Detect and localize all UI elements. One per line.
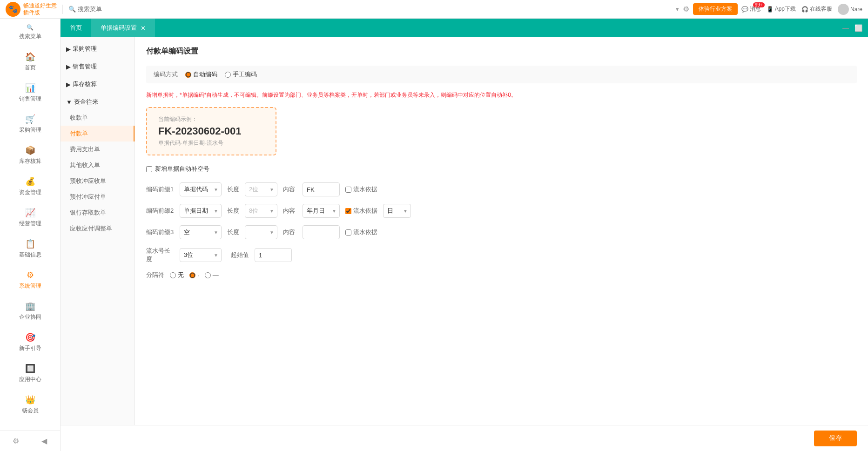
- prefix2-select[interactable]: 单据日期 ▼: [180, 204, 222, 218]
- left-nav-purchase-toggle[interactable]: ▶ 采购管理: [61, 41, 135, 57]
- sidebar-search[interactable]: 🔍 搜索菜单: [0, 19, 60, 46]
- length1-select[interactable]: 2位 ▼: [245, 182, 277, 196]
- divider: [62, 5, 63, 14]
- sidebar-item-newguide[interactable]: 🎯 新手引导: [0, 327, 60, 358]
- tab-maximize-btn[interactable]: ⬜: [853, 22, 864, 34]
- app-download-btn[interactable]: 📱 App下载: [767, 5, 796, 13]
- prefix3-select[interactable]: 空 ▼: [180, 225, 222, 239]
- purchase-icon: 🛒: [25, 114, 35, 124]
- coding-method-label: 编码方式: [154, 70, 178, 79]
- length2-label: 长度: [227, 207, 239, 215]
- separator-dot-radio[interactable]: [189, 272, 195, 278]
- serial-length-select[interactable]: 3位 ▼: [180, 248, 222, 262]
- sidebar-item-basic[interactable]: 📋 基础信息: [0, 233, 60, 264]
- separator-dot-option[interactable]: ·: [189, 272, 199, 279]
- content3-input[interactable]: [303, 225, 340, 239]
- left-nav-inventory-toggle[interactable]: ▶ 库存核算: [61, 76, 135, 92]
- sidebar-item-operation[interactable]: 📈 经营管理: [0, 202, 60, 233]
- sidebar-item-home[interactable]: 🏠 首页: [0, 46, 60, 77]
- left-nav-item-receivable-adjust[interactable]: 应收应付调整单: [61, 221, 135, 236]
- length2-select[interactable]: 8位 ▼: [245, 204, 277, 218]
- save-button[interactable]: 保存: [814, 431, 857, 446]
- online-service-btn[interactable]: 🎧 在线客服: [801, 5, 832, 13]
- teal-nav: 首页 单据编码设置 ✕ — ⬜: [61, 19, 868, 37]
- start-value-input[interactable]: [255, 248, 292, 262]
- length2-arrow-icon: ▼: [269, 209, 274, 214]
- sidebar-collapse-btn[interactable]: ◀: [32, 435, 57, 447]
- tab-bar-actions: — ⬜: [837, 19, 868, 37]
- sidebar-item-appcenter[interactable]: 🔲 应用中心: [0, 358, 60, 389]
- prefix1-label: 编码前缀1: [146, 185, 174, 194]
- serial-length-arrow-icon: ▼: [214, 253, 218, 258]
- serial-follow3-checkbox[interactable]: [345, 229, 351, 236]
- logo: 🐾 畅通道好生意 插件版: [6, 2, 57, 17]
- sidebar: 🔍 搜索菜单 🏠 首页 📊 销售管理 🛒 采购管理 📦 库存核算 💰 资金管理 …: [0, 19, 61, 451]
- manual-code-option[interactable]: 手工编码: [225, 70, 257, 79]
- auto-code-option[interactable]: 自动编码: [185, 70, 217, 79]
- left-nav-item-advance-pay[interactable]: 预付冲应付单: [61, 189, 135, 205]
- expand-icon[interactable]: ▾: [676, 6, 679, 13]
- sidebar-item-purchase[interactable]: 🛒 采购管理: [0, 108, 60, 140]
- prefix1-select[interactable]: 单据代码 ▼: [180, 182, 222, 196]
- content1-input[interactable]: [303, 182, 340, 196]
- separator-dash-option[interactable]: —: [205, 272, 219, 279]
- sidebar-item-member[interactable]: 👑 畅会员: [0, 389, 60, 420]
- left-nav-item-bank-deposit[interactable]: 银行存取款单: [61, 205, 135, 221]
- left-nav-group-funds: ▼ 资金往来 收款单 付款单 费用支出单 其他收入单 预收冲应收单 预付冲应付单…: [61, 94, 135, 236]
- sidebar-settings-btn[interactable]: ⚙: [4, 435, 28, 447]
- tab-close-btn[interactable]: ✕: [141, 25, 146, 32]
- left-nav-item-advance-receive[interactable]: 预收冲应收单: [61, 173, 135, 189]
- content2-select[interactable]: 年月日 ▼: [303, 204, 340, 218]
- serial-follow2-select[interactable]: 日 ▼: [383, 204, 411, 218]
- prefix2-arrow-icon: ▼: [214, 209, 218, 214]
- length1-arrow-icon: ▼: [269, 187, 274, 192]
- info-text: 新增单据时，*单据编码*自动生成，不可编辑。前缀设置为部门、业务员等档案类，开单…: [146, 91, 857, 100]
- left-nav-item-other-income[interactable]: 其他收入单: [61, 157, 135, 173]
- sidebar-item-finance[interactable]: 💰 资金管理: [0, 171, 60, 202]
- nav-encoding[interactable]: 单据编码设置 ✕: [91, 19, 155, 37]
- left-nav-sales-toggle[interactable]: ▶ 销售管理: [61, 59, 135, 74]
- avatar: [838, 4, 849, 15]
- logo-icon: 🐾: [6, 2, 20, 17]
- length3-select[interactable]: ▼: [245, 225, 277, 239]
- serial-follow2-checkbox[interactable]: [345, 208, 351, 214]
- guide-icon: 🎯: [25, 332, 35, 343]
- sidebar-item-system[interactable]: ⚙ 系统管理: [0, 264, 60, 296]
- tab-minimize-btn[interactable]: —: [841, 22, 851, 34]
- trial-btn[interactable]: 体验行业方案: [693, 3, 738, 15]
- chevron-right-icon: ▶: [66, 46, 71, 53]
- left-nav-group-sales: ▶ 销售管理: [61, 59, 135, 74]
- left-nav-funds-toggle[interactable]: ▼ 资金往来: [61, 94, 135, 110]
- left-nav-item-expense[interactable]: 费用支出单: [61, 141, 135, 157]
- user-menu[interactable]: Nare: [838, 4, 862, 15]
- content1-label: 内容: [283, 185, 295, 194]
- code-preview-value: FK-20230602-001: [158, 125, 264, 137]
- manual-code-radio[interactable]: [225, 72, 231, 78]
- top-actions: 💬 消息 99+ 📱 App下载 🎧 在线客服 Nare: [741, 4, 862, 15]
- prefix1-arrow-icon: ▼: [214, 187, 218, 192]
- auto-fill-row: 新增单据自动补空号: [146, 165, 857, 173]
- chevron-right-icon: ▶: [66, 81, 71, 88]
- length1-label: 长度: [227, 185, 239, 194]
- messages-btn[interactable]: 💬 消息 99+: [741, 5, 761, 13]
- nav-home[interactable]: 首页: [61, 19, 91, 37]
- prefix3-label: 编码前缀3: [146, 228, 174, 236]
- serial-follow1-checkbox[interactable]: [345, 187, 351, 193]
- message-badge: 99+: [753, 2, 765, 7]
- left-nav-item-receipt[interactable]: 收款单: [61, 110, 135, 126]
- finance-icon: 💰: [25, 176, 35, 187]
- auto-code-radio[interactable]: [185, 72, 191, 78]
- separator-dash-radio[interactable]: [205, 272, 211, 278]
- left-nav-item-payment[interactable]: 付款单: [61, 126, 135, 141]
- separator-none-option[interactable]: 无: [170, 271, 184, 279]
- length3-label: 长度: [227, 228, 239, 236]
- sidebar-item-inventory[interactable]: 📦 库存核算: [0, 140, 60, 171]
- operation-icon: 📈: [25, 208, 35, 218]
- sidebar-item-sales[interactable]: 📊 销售管理: [0, 77, 60, 108]
- separator-none-radio[interactable]: [170, 272, 176, 278]
- settings-icon[interactable]: ⚙: [683, 5, 689, 13]
- search-menu[interactable]: 🔍 搜索菜单: [68, 5, 672, 13]
- sidebar-item-enterprise[interactable]: 🏢 企业协同: [0, 296, 60, 327]
- home-icon: 🏠: [25, 52, 35, 62]
- auto-fill-checkbox[interactable]: [146, 166, 152, 172]
